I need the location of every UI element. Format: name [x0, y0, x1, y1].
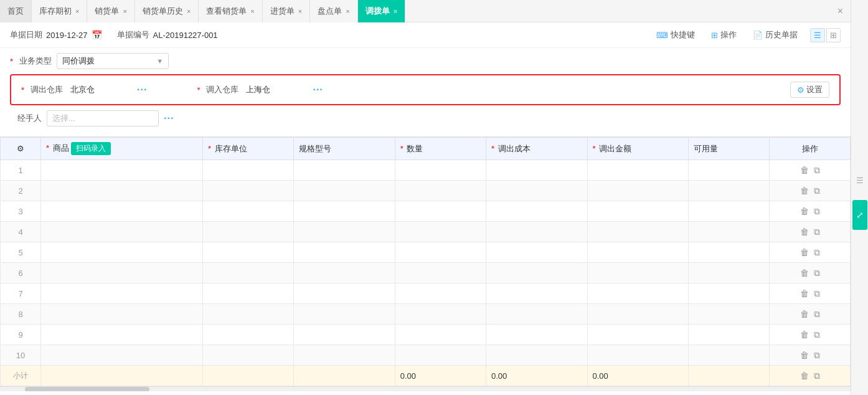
handler-label: 经手人	[17, 113, 42, 124]
row-op-group: 🗑⧉	[775, 325, 845, 345]
available-cell	[689, 263, 770, 283]
business-type-value: 同价调拨	[62, 55, 95, 67]
product-cell[interactable]	[41, 283, 203, 304]
delete-row-btn[interactable]: 🗑	[800, 330, 809, 340]
operations-btn[interactable]: ⊞ 操作	[707, 27, 740, 42]
history-btn[interactable]: 📄 历史单据	[749, 27, 801, 42]
in-warehouse-more-btn[interactable]: ···	[313, 84, 323, 95]
delete-row-btn[interactable]: 🗑	[800, 371, 809, 381]
available-cell	[689, 181, 770, 201]
tab-inventory-init-close[interactable]: ×	[75, 7, 79, 15]
quantity-cell	[395, 345, 486, 366]
copy-row-btn[interactable]: ⧉	[814, 350, 820, 361]
table-row: 6🗑⧉	[1, 263, 851, 283]
delete-row-btn[interactable]: 🗑	[800, 186, 809, 196]
amount-cell: 0.00	[587, 366, 689, 386]
delete-row-btn[interactable]: 🗑	[800, 350, 809, 360]
copy-row-btn[interactable]: ⧉	[814, 206, 820, 217]
out-warehouse-more-btn[interactable]: ···	[137, 84, 147, 95]
delete-row-btn[interactable]: 🗑	[800, 268, 809, 278]
unit-cell	[203, 160, 294, 181]
right-panel-expand-btn[interactable]: ⤢	[852, 200, 867, 230]
calendar-icon[interactable]: 📅	[92, 30, 102, 40]
handler-more-btn[interactable]: ···	[164, 113, 174, 124]
product-cell[interactable]	[41, 345, 203, 366]
tab-sales-history[interactable]: 销货单历史 ×	[135, 0, 199, 22]
copy-row-btn[interactable]: ⧉	[814, 309, 820, 320]
settings-button[interactable]: ⚙ 设置	[790, 82, 829, 98]
in-warehouse-value: 上海仓	[246, 84, 270, 95]
tab-home[interactable]: 首页	[0, 0, 32, 22]
tab-purchase-order-close[interactable]: ×	[298, 7, 302, 15]
horizontal-scrollbar[interactable]	[0, 386, 851, 391]
product-cell[interactable]	[41, 325, 203, 345]
right-panel-list-btn[interactable]: ☰	[852, 165, 867, 195]
copy-row-btn[interactable]: ⧉	[814, 268, 820, 278]
tab-transfer-order[interactable]: 调拨单 ×	[358, 0, 405, 22]
delete-row-btn[interactable]: 🗑	[800, 227, 809, 237]
amount-cell	[587, 181, 689, 201]
available-cell	[689, 283, 770, 304]
tab-inventory-check-label: 盘点单	[318, 6, 342, 17]
tab-sales-order[interactable]: 销货单 ×	[87, 0, 134, 22]
delete-row-btn[interactable]: 🗑	[800, 288, 809, 298]
spec-cell	[294, 325, 395, 345]
tab-inventory-check-close[interactable]: ×	[346, 7, 349, 15]
out-warehouse-group: * 调出仓库 北京仓 ···	[21, 84, 147, 95]
cost-cell	[486, 325, 588, 345]
business-type-select[interactable]: 同价调拨 ▼	[57, 53, 169, 69]
delete-row-btn[interactable]: 🗑	[800, 309, 809, 319]
tab-sales-order-label: 销货单	[95, 6, 119, 17]
tab-sales-order-close[interactable]: ×	[123, 7, 126, 15]
tab-inventory-init[interactable]: 库存期初 ×	[32, 0, 87, 22]
product-cell[interactable]	[41, 160, 203, 181]
product-cell[interactable]	[41, 181, 203, 201]
tab-purchase-order[interactable]: 进货单 ×	[263, 0, 310, 22]
close-all-tabs[interactable]: ×	[830, 6, 851, 17]
copy-row-btn[interactable]: ⧉	[814, 186, 820, 196]
copy-row-btn[interactable]: ⧉	[814, 165, 820, 176]
product-cell[interactable]	[41, 201, 203, 222]
quantity-cell	[395, 325, 486, 345]
tab-view-sales-close[interactable]: ×	[250, 7, 254, 15]
delete-row-btn[interactable]: 🗑	[800, 165, 809, 175]
product-cell	[41, 366, 203, 386]
table-row: 8🗑⧉	[1, 304, 851, 325]
unit-cell	[203, 242, 294, 263]
cost-cell	[486, 304, 588, 325]
scroll-thumb[interactable]	[25, 387, 149, 391]
available-cell	[689, 304, 770, 325]
row-op-group: 🗑⧉	[775, 201, 845, 221]
grid-icon: ⊞	[711, 31, 718, 40]
table-row: 2🗑⧉	[1, 181, 851, 201]
copy-row-btn[interactable]: ⧉	[814, 371, 820, 381]
copy-row-btn[interactable]: ⧉	[814, 247, 820, 258]
tab-purchase-order-label: 进货单	[270, 6, 295, 17]
row-number-cell: 9	[1, 325, 41, 345]
amount-cell	[587, 283, 689, 304]
tab-view-sales[interactable]: 查看销货单 ×	[199, 0, 262, 22]
tab-sales-history-close[interactable]: ×	[187, 7, 191, 15]
out-warehouse-label: 调出仓库	[31, 84, 63, 95]
items-table: ⚙ * 商品 扫码录入 * 库存单位 规格型号 * 数量	[0, 137, 851, 386]
delete-row-btn[interactable]: 🗑	[800, 206, 809, 216]
tab-home-label: 首页	[7, 6, 24, 17]
doc-icon: 📄	[753, 31, 763, 40]
view-grid-btn[interactable]: ⊞	[826, 28, 841, 42]
col-gear-icon[interactable]: ⚙	[17, 144, 24, 153]
handler-select[interactable]: 选择...	[47, 110, 159, 126]
view-list-btn[interactable]: ☰	[810, 28, 825, 42]
tab-transfer-order-close[interactable]: ×	[394, 7, 397, 15]
product-cell[interactable]	[41, 222, 203, 242]
copy-row-btn[interactable]: ⧉	[814, 330, 820, 340]
product-cell[interactable]	[41, 242, 203, 263]
delete-row-btn[interactable]: 🗑	[800, 247, 809, 257]
tab-inventory-check[interactable]: 盘点单 ×	[310, 0, 357, 22]
scan-input-btn[interactable]: 扫码录入	[71, 142, 111, 155]
available-cell	[689, 160, 770, 181]
copy-row-btn[interactable]: ⧉	[814, 288, 820, 299]
copy-row-btn[interactable]: ⧉	[814, 227, 820, 237]
product-cell[interactable]	[41, 263, 203, 283]
shortcuts-btn[interactable]: ⌨ 快捷键	[653, 27, 699, 42]
product-cell[interactable]	[41, 304, 203, 325]
